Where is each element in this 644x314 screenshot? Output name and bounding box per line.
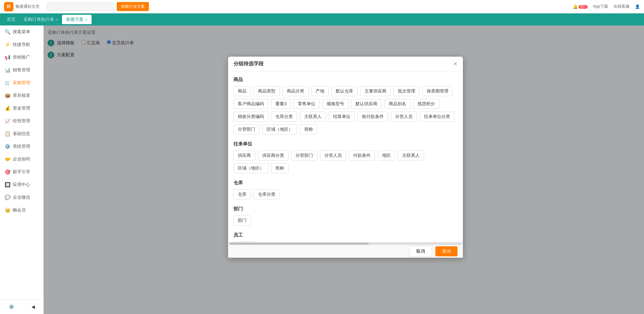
field-tag[interactable]: 规格型号 (322, 99, 348, 109)
sidebar-settings-icon[interactable]: ⚙️ (9, 304, 14, 309)
sidebar-bottom: ⚙️ ◀ (0, 299, 44, 314)
sidebar-item-search-label: 搜索菜单 (13, 29, 30, 35)
field-tag[interactable]: 拣货积分 (413, 99, 439, 109)
sidebar-item-system[interactable]: ⚙️ 系统管理 (0, 140, 43, 153)
sidebar-item-operation[interactable]: 📈 经营管理 (0, 115, 43, 127)
tab-purchase-exec-close[interactable]: × (56, 18, 58, 21)
modal-scrollbar (228, 242, 463, 245)
notification-badge: 99+ (579, 5, 588, 9)
sidebar-item-inventory[interactable]: 📦 库存核算 (0, 89, 43, 102)
sidebar: 🔍 搜索菜单 ⚡ 快捷导航 📢 营销推广 📊 销售管理 🛒 采购管理 📦 库存核… (0, 25, 44, 314)
sidebar-item-member-label: 畅会员 (13, 207, 26, 213)
field-tag[interactable]: 商品分类 (282, 86, 309, 96)
section-title: 仓库 (233, 180, 458, 186)
sidebar-item-finance[interactable]: 💰 资金管理 (0, 102, 43, 115)
field-section-往来单位: 往来单位供应商供应商分类分管部门分管人员付款条件地区主联系人区域（地区）简称 (233, 141, 458, 173)
tab-new-plan-close[interactable]: × (86, 18, 88, 21)
field-tag[interactable]: 重量3 (271, 99, 291, 109)
sidebar-item-purchase[interactable]: 🛒 采购管理 (0, 76, 43, 89)
notification[interactable]: 🔔99+ (573, 4, 588, 9)
sidebar-item-app-center[interactable]: 🔲 应用中心 (0, 178, 43, 191)
sidebar-item-inventory-label: 库存核算 (13, 92, 30, 99)
field-tag[interactable]: 主联系人 (398, 150, 424, 161)
confirm-button[interactable]: 查询 (435, 246, 458, 256)
field-tag[interactable]: 客户商品编码 (233, 99, 268, 109)
field-tag[interactable]: 税收分类编码 (233, 112, 268, 122)
tab-purchase-exec[interactable]: 采购订单执行表 × (19, 15, 62, 24)
field-tag[interactable]: 地区 (378, 150, 395, 161)
field-tag[interactable]: 默认仓库 (331, 86, 358, 96)
field-section-员工: 员工业务员 (233, 232, 458, 242)
sidebar-collapse-icon[interactable]: ◀ (32, 304, 35, 309)
field-tag[interactable]: 保质期管理 (422, 86, 453, 96)
field-tag[interactable]: 分管人员 (320, 150, 346, 161)
field-tag[interactable]: 付款条件 (349, 150, 375, 161)
field-tag[interactable]: 区域（地区） (262, 124, 297, 134)
tab-new-plan[interactable]: 新建方案 × (62, 15, 92, 24)
search-input[interactable] (47, 3, 114, 11)
app-download[interactable]: App下载 (593, 4, 608, 9)
field-tag[interactable]: 供应商分类 (258, 150, 288, 161)
field-tag[interactable]: 简称 (271, 163, 288, 173)
field-tag[interactable]: 分管人员 (391, 112, 417, 122)
sidebar-item-quick-nav[interactable]: ⚡ 快捷导航 (0, 38, 43, 51)
field-tag[interactable]: 收付款条件 (358, 112, 388, 122)
tab-home[interactable]: 首页 (3, 15, 19, 24)
sidebar-item-newbie[interactable]: 🎯 新手引导 (0, 166, 43, 178)
field-tag[interactable]: 往来单位分类 (420, 112, 454, 122)
logo-text: 畅捷通好生意 (15, 4, 40, 9)
online-service[interactable]: 在线客服 (613, 4, 630, 9)
field-tag[interactable]: 主联系人 (300, 112, 326, 122)
field-tag[interactable]: 仓库分类 (271, 112, 297, 122)
field-tag[interactable]: 产地 (311, 86, 329, 96)
field-tag[interactable]: 商品类型 (254, 86, 280, 96)
sales-icon: 📊 (5, 67, 10, 73)
search-icon: 🔍 (5, 29, 10, 35)
field-tag[interactable]: 零售单位 (293, 99, 320, 109)
tab-new-plan-label: 新建方案 (66, 16, 84, 22)
field-tag[interactable]: 主要供应商 (360, 86, 391, 96)
newbie-icon: 🎯 (5, 169, 10, 175)
user-avatar[interactable]: 👤 (635, 4, 640, 9)
sidebar-item-finance-label: 资金管理 (13, 105, 30, 111)
modal-close-btn[interactable]: ✕ (453, 61, 458, 67)
sidebar-item-enterprise-wechat[interactable]: 💬 企业微信 (0, 191, 43, 204)
sidebar-item-quick-nav-label: 快捷导航 (13, 42, 30, 48)
field-tag[interactable]: 分管部门 (233, 124, 260, 134)
section-title: 商品 (233, 77, 458, 83)
field-section-商品: 商品商品商品类型商品分类产地默认仓库主要供应商批次管理保质期管理客户商品编码重量… (233, 77, 458, 134)
field-tag[interactable]: 部门 (233, 215, 251, 226)
field-tag[interactable]: 分管部门 (291, 150, 317, 161)
field-tag[interactable]: 商品 (233, 86, 251, 96)
sidebar-item-enterprise-collab[interactable]: 🤝 企业协同 (0, 153, 43, 166)
sidebar-item-member[interactable]: 👑 畅会员 (0, 204, 43, 216)
field-tag[interactable]: 供应商 (233, 150, 255, 161)
cancel-button[interactable]: 取消 (409, 246, 432, 257)
field-tag[interactable]: 商品别名 (384, 99, 411, 109)
field-tag[interactable]: 默认供应商 (351, 99, 382, 109)
field-tag[interactable]: 仓库分类 (254, 189, 280, 199)
sidebar-item-sales-label: 销售管理 (13, 67, 30, 73)
experience-btn[interactable]: 体验行业方案 (117, 2, 149, 11)
enterprise-collab-icon: 🤝 (5, 156, 10, 162)
field-section-仓库: 仓库仓库仓库分类 (233, 180, 458, 199)
sidebar-item-search[interactable]: 🔍 搜索菜单 (0, 25, 43, 38)
sidebar-item-marketing[interactable]: 📢 营销推广 (0, 51, 43, 64)
field-tag[interactable]: 简称 (300, 124, 317, 134)
sidebar-item-sales[interactable]: 📊 销售管理 (0, 64, 43, 76)
enterprise-wechat-icon: 💬 (5, 195, 10, 200)
search-container (47, 3, 114, 11)
field-tag[interactable]: 区域（地区） (233, 163, 268, 173)
field-tag[interactable]: 批次管理 (393, 86, 420, 96)
purchase-icon: 🛒 (5, 80, 10, 85)
sidebar-item-marketing-label: 营销推广 (13, 54, 30, 60)
field-tag[interactable]: 结算单位 (329, 112, 355, 122)
sidebar-item-app-center-label: 应用中心 (13, 182, 30, 188)
modal-field-select: 分组待选字段 ✕ 商品商品商品类型商品分类产地默认仓库主要供应商批次管理保质期管… (228, 57, 463, 258)
modal-title: 分组待选字段 (233, 61, 264, 67)
logo: 好 畅捷通好生意 (4, 2, 44, 11)
inventory-icon: 📦 (5, 93, 10, 98)
sidebar-item-basic-info[interactable]: 📋 基础信息 (0, 127, 43, 140)
tab-purchase-exec-label: 采购订单执行表 (23, 16, 54, 22)
field-tag[interactable]: 仓库 (233, 189, 251, 199)
